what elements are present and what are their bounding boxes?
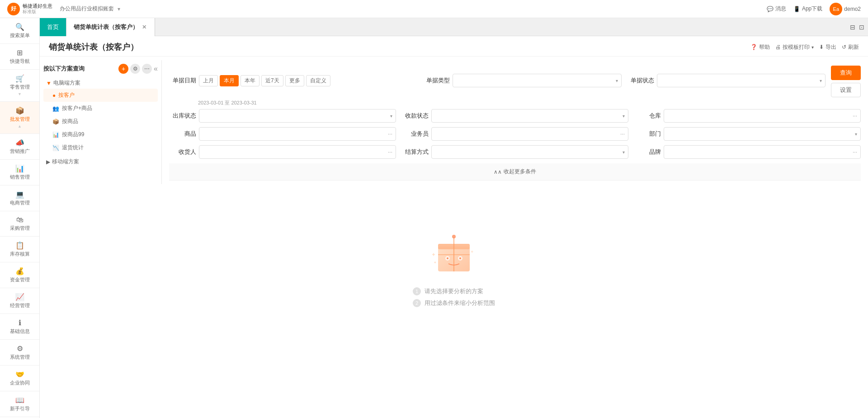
out-status-input[interactable]: ▾ [199, 109, 396, 123]
scheme-item-customer-goods[interactable]: 👥 按客户+商品 [43, 102, 158, 115]
sidebar-item-wholesale[interactable]: 📦 批发管理 ▲ [0, 102, 39, 134]
logo-area: 好 畅捷通好生意 标准版 [7, 3, 52, 15]
recv-status-input[interactable]: ▾ [431, 109, 628, 123]
template-print-btn[interactable]: 🖨 按模板打印 ▾ [775, 43, 814, 51]
scheme-item-by-goods[interactable]: 📦 按商品 [43, 115, 158, 128]
order-type-caret: ▾ [616, 78, 618, 83]
filter-row-2: 出库状态 ▾ 收款状态 [169, 109, 861, 123]
cooperation-icon: 🤝 [2, 370, 38, 379]
filter-row-1: 单据日期 上月 本月 本年 近7天 更多 自定义 [169, 64, 861, 97]
sidebar-item-retail[interactable]: 🛒 零售管理 ▼ [0, 70, 39, 102]
sidebar-item-quick-nav[interactable]: ⊞ 快捷导航 [0, 44, 39, 70]
dropdown-arrow-icon[interactable]: ▾ [118, 6, 120, 12]
user-area[interactable]: Ea demo2 [830, 3, 861, 15]
sidebar-label-cooperation: 企业协同 [2, 380, 38, 386]
settlement-control: ▾ [431, 145, 628, 159]
sidebar-item-business[interactable]: 📈 经营管理 [0, 288, 39, 314]
scheme-item-return-stat[interactable]: 📉 退货统计 [43, 141, 158, 154]
app-name: 畅捷通好生意 [23, 3, 52, 9]
app-download-action[interactable]: 📱 App下载 [793, 5, 822, 13]
page-header: 销货单统计表（按客户） ❓ 帮助 🖨 按模板打印 ▾ ⬇ [40, 36, 868, 57]
refresh-icon: ↺ [842, 44, 846, 50]
sidebar-item-inventory[interactable]: 📋 库存核算 [0, 237, 39, 262]
sidebar-label-retail: 零售管理 [2, 84, 38, 90]
sidebar-label-ecommerce: 电商管理 [2, 200, 38, 206]
scheme-settings-btn[interactable]: ⚙ [130, 64, 140, 74]
top-bar-left: 好 畅捷通好生意 标准版 办公用品行业模拟账套 ▾ [7, 3, 120, 15]
sidebar-item-sales[interactable]: 📊 销售管理 [0, 160, 39, 185]
empty-state: ✦ ✦ ✦ 1 请先选择要分析的方案 2 用过滤条件来缩小分析范围 [40, 188, 868, 343]
query-btn[interactable]: 查询 [831, 66, 861, 80]
date-custom-btn[interactable]: 自定义 [306, 75, 330, 86]
sidebar-item-search[interactable]: 🔍 搜索菜单 [0, 18, 39, 44]
action-buttons: 查询 设置 [831, 64, 861, 97]
wholesale-arrow-icon: ▲ [18, 124, 22, 128]
sidebar-item-ecommerce[interactable]: 💻 电商管理 [0, 185, 39, 211]
goods-input[interactable]: ··· [199, 127, 396, 141]
warehouse-input[interactable]: ··· [664, 109, 861, 123]
search-icon: 🔍 [2, 23, 38, 31]
by-goods99-icon: 📊 [52, 132, 59, 138]
tab-maximize-icon[interactable]: ⊡ [859, 24, 864, 31]
recipient-input[interactable]: ··· [199, 145, 396, 159]
date-last-month-btn[interactable]: 上月 [199, 75, 218, 86]
dept-input[interactable]: ▾ [664, 127, 861, 141]
order-status-caret: ▾ [820, 78, 822, 83]
svg-point-7 [459, 257, 461, 259]
sidebar-item-cooperation[interactable]: 🤝 企业协同 [0, 366, 39, 391]
scheme-add-btn[interactable]: + [118, 64, 128, 74]
sales-icon: 📊 [2, 164, 38, 173]
sidebar-item-finance[interactable]: 💰 资金管理 [0, 262, 39, 288]
help-btn[interactable]: ❓ 帮助 [750, 43, 770, 51]
scheme-item-by-customer[interactable]: ● 按客户 [43, 89, 158, 102]
settings-btn[interactable]: 设置 [831, 83, 861, 97]
scheme-header: 按以下方案查询 + ⚙ ⋯ « [43, 64, 158, 74]
date-last7-btn[interactable]: 近7天 [261, 75, 283, 86]
sidebar-item-basic[interactable]: ℹ 基础信息 [0, 314, 39, 340]
export-label: 导出 [826, 43, 836, 51]
date-this-year-btn[interactable]: 本年 [241, 75, 259, 86]
scheme-collapse-btn[interactable]: « [154, 65, 158, 73]
message-action[interactable]: 💬 消息 [767, 5, 786, 13]
purchase-icon: 🛍 [2, 216, 38, 224]
refresh-btn[interactable]: ↺ 刷新 [842, 43, 859, 51]
tab-close-icon[interactable]: ✕ [141, 24, 147, 30]
filter-dept-item: 部门 ▾ [634, 127, 861, 141]
order-type-input[interactable]: ▾ [453, 74, 621, 87]
scheme-group-pc: ▼ 电脑端方案 ● 按客户 👥 按客户+商品 [43, 77, 158, 154]
sidebar-item-purchase[interactable]: 🛍 采购管理 [0, 211, 39, 237]
help-icon: ❓ [750, 44, 757, 50]
content-area: 首页 销货单统计表（按客户） ✕ ⊟ ⊡ 销货单统计表（按客户） [40, 18, 868, 418]
print-icon: 🖨 [775, 44, 781, 50]
goods-label: 商品 [169, 130, 196, 138]
sidebar-item-system[interactable]: ⚙ 系统管理 [0, 340, 39, 366]
scheme-group-mobile-title[interactable]: ▶ 移动端方案 [43, 156, 158, 167]
filter-salesperson-item: 业务员 ··· [401, 127, 628, 141]
filter-date-item: 单据日期 上月 本月 本年 近7天 更多 自定义 [169, 75, 417, 86]
sidebar-item-marketing[interactable]: 📣 营销推广 [0, 134, 39, 160]
empty-tip-1-text: 请先选择要分析的方案 [425, 287, 483, 295]
salesperson-input[interactable]: ··· [431, 127, 628, 141]
filter-order-status-item: 单据状态 ▾ [627, 74, 826, 87]
sidebar-item-guide[interactable]: 📖 新手引导 [0, 391, 39, 417]
scheme-item-by-goods99[interactable]: 📊 按商品99 [43, 128, 158, 141]
tab-home[interactable]: 首页 [40, 18, 66, 36]
svg-point-6 [447, 257, 448, 259]
scheme-panel: 按以下方案查询 + ⚙ ⋯ « ▼ 电 [40, 60, 162, 184]
scheme-group-pc-title[interactable]: ▼ 电脑端方案 [43, 77, 158, 89]
settlement-input[interactable]: ▾ [431, 145, 628, 159]
date-more-btn[interactable]: 更多 [285, 75, 304, 86]
by-goods-icon: 📦 [52, 119, 59, 125]
sidebar-label-wholesale: 批发管理 [2, 116, 38, 123]
order-status-input[interactable]: ▾ [657, 74, 826, 87]
collapse-btn[interactable]: ∧∧ 收起更多条件 [488, 166, 542, 177]
tab-sales-stat[interactable]: 销货单统计表（按客户） ✕ [66, 18, 155, 36]
date-this-month-btn[interactable]: 本月 [220, 75, 239, 86]
return-stat-icon: 📉 [52, 145, 59, 151]
brand-input[interactable]: ··· [664, 145, 861, 159]
empty-tip-2: 2 用过滤条件来缩小分析范围 [413, 299, 495, 307]
tab-restore-icon[interactable]: ⊟ [850, 24, 855, 31]
export-btn[interactable]: ⬇ 导出 [819, 43, 836, 51]
ecommerce-icon: 💻 [2, 190, 38, 199]
scheme-more-btn[interactable]: ⋯ [142, 64, 152, 74]
